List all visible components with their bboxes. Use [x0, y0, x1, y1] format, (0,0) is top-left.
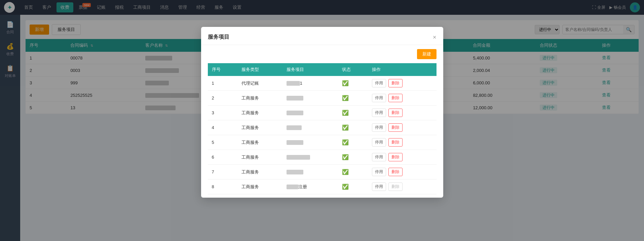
modal-table-row: 2 工商服务 ✅ 停用 删除 — [208, 91, 437, 106]
modal-cell-action: 停用 删除 — [368, 135, 437, 150]
modal-col-type: 服务类型 — [237, 63, 282, 76]
delete-button[interactable]: 删除 — [388, 79, 403, 87]
modal-cell-status: ✅ — [338, 150, 368, 165]
modal-table-header: 序号 服务类型 服务项目 状态 操作 — [208, 63, 437, 76]
stop-button[interactable]: 停用 — [372, 168, 386, 176]
modal-cell-action: 停用 删除 — [368, 76, 437, 91]
modal-cell-status: ✅ — [338, 76, 368, 91]
modal-cell-status: ✅ — [338, 165, 368, 179]
modal-cell-type: 工商服务 — [237, 165, 282, 179]
service-items-table: 序号 服务类型 服务项目 状态 操作 1 代理记账 1 ✅ 停用 删除 2 工商… — [208, 63, 437, 194]
modal-cell-action: 停用 删除 — [368, 179, 437, 194]
modal-cell-type: 工商服务 — [237, 91, 282, 106]
modal-cell-type: 代理记账 — [237, 76, 282, 91]
modal-cell-seq: 5 — [208, 135, 237, 150]
modal-cell-status: ✅ — [338, 120, 368, 135]
stop-button[interactable]: 停用 — [372, 79, 386, 87]
stop-button[interactable]: 停用 — [372, 123, 386, 132]
stop-button[interactable]: 停用 — [372, 183, 386, 191]
modal-header: 服务项目 × — [201, 27, 443, 45]
modal-overlay[interactable]: 服务项目 × 新建 序号 服务类型 服务项目 状态 操作 — [0, 0, 644, 241]
modal-cell-item — [282, 150, 338, 165]
delete-button[interactable]: 删除 — [388, 109, 403, 117]
delete-button-disabled: 删除 — [388, 183, 403, 191]
modal-cell-action: 停用 删除 — [368, 165, 437, 179]
modal-table-row: 7 工商服务 ✅ 停用 删除 — [208, 165, 437, 179]
modal-table-row: 6 工商服务 ✅ 停用 删除 — [208, 150, 437, 165]
modal-cell-type: 工商服务 — [237, 135, 282, 150]
modal-cell-item — [282, 120, 338, 135]
modal-cell-seq: 2 — [208, 91, 237, 106]
modal-cell-seq: 4 — [208, 120, 237, 135]
modal-col-status: 状态 — [338, 63, 368, 76]
modal-table-row: 1 代理记账 1 ✅ 停用 删除 — [208, 76, 437, 91]
modal-cell-action: 停用 删除 — [368, 106, 437, 120]
modal-cell-item: 1 — [282, 76, 338, 91]
modal-cell-seq: 6 — [208, 150, 237, 165]
modal-table-body: 1 代理记账 1 ✅ 停用 删除 2 工商服务 ✅ 停用 删除 3 工商服务 ✅… — [208, 76, 437, 194]
modal-cell-type: 工商服务 — [237, 106, 282, 120]
modal-cell-action: 停用 删除 — [368, 150, 437, 165]
modal-close-button[interactable]: × — [433, 34, 437, 40]
modal-cell-item: 注册 — [282, 179, 338, 194]
modal-cell-action: 停用 删除 — [368, 120, 437, 135]
modal-cell-status: ✅ — [338, 135, 368, 150]
delete-button[interactable]: 删除 — [388, 168, 403, 176]
modal-cell-type: 工商服务 — [237, 120, 282, 135]
modal-col-action: 操作 — [368, 63, 437, 76]
modal-table-row: 4 工商服务 ✅ 停用 删除 — [208, 120, 437, 135]
modal-col-item: 服务项目 — [282, 63, 338, 76]
modal-cell-item — [282, 91, 338, 106]
modal-cell-seq: 1 — [208, 76, 237, 91]
modal-title: 服务项目 — [208, 34, 229, 41]
delete-button[interactable]: 删除 — [388, 94, 403, 102]
modal-cell-seq: 7 — [208, 165, 237, 179]
modal-cell-action: 停用 删除 — [368, 91, 437, 106]
modal-cell-type: 工商服务 — [237, 179, 282, 194]
modal-cell-seq: 3 — [208, 106, 237, 120]
delete-button[interactable]: 删除 — [388, 138, 403, 147]
stop-button[interactable]: 停用 — [372, 109, 386, 117]
modal-table-row: 3 工商服务 ✅ 停用 删除 — [208, 106, 437, 120]
modal-cell-status: ✅ — [338, 179, 368, 194]
modal-cell-status: ✅ — [338, 91, 368, 106]
modal-new-button[interactable]: 新建 — [417, 49, 437, 59]
modal-cell-seq: 8 — [208, 179, 237, 194]
delete-button[interactable]: 删除 — [388, 123, 403, 132]
modal-cell-item — [282, 165, 338, 179]
modal-toolbar: 新建 — [201, 45, 443, 63]
delete-button[interactable]: 删除 — [388, 153, 403, 161]
modal-cell-item — [282, 106, 338, 120]
service-modal: 服务项目 × 新建 序号 服务类型 服务项目 状态 操作 — [201, 27, 443, 198]
stop-button[interactable]: 停用 — [372, 94, 386, 102]
stop-button[interactable]: 停用 — [372, 153, 386, 161]
modal-table-row: 8 工商服务 注册 ✅ 停用 删除 — [208, 179, 437, 194]
modal-cell-status: ✅ — [338, 106, 368, 120]
modal-cell-type: 工商服务 — [237, 150, 282, 165]
modal-cell-item — [282, 135, 338, 150]
modal-col-seq: 序号 — [208, 63, 237, 76]
modal-body: 序号 服务类型 服务项目 状态 操作 1 代理记账 1 ✅ 停用 删除 2 工商… — [201, 63, 443, 198]
modal-table-row: 5 工商服务 ✅ 停用 删除 — [208, 135, 437, 150]
stop-button[interactable]: 停用 — [372, 138, 386, 147]
